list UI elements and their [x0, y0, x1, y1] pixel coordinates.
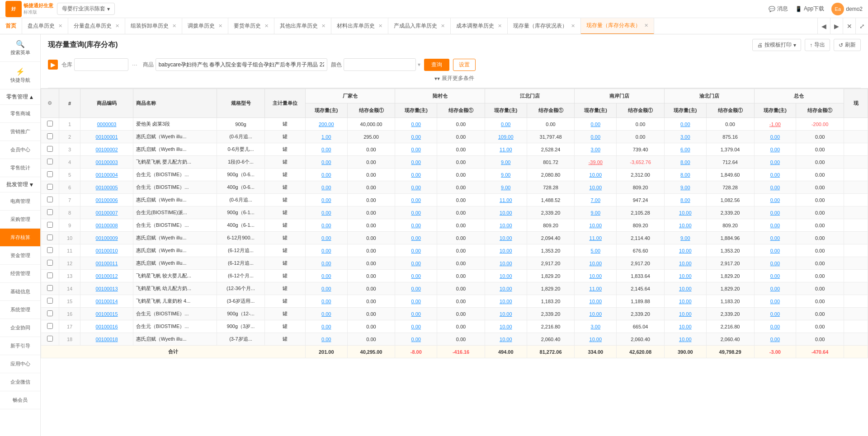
sidebar-item-quicknav[interactable]: ⚡ 快捷导航	[0, 62, 40, 89]
td-yubei-qty[interactable]: 3.00	[665, 131, 707, 143]
td-factory-qty[interactable]: 0.00	[305, 320, 347, 333]
sidebar-item-retail-mgmt[interactable]: 零售管理 ▲	[0, 89, 40, 105]
td-checkbox[interactable]	[41, 194, 59, 206]
td-jiangbei-qty[interactable]: 10.00	[485, 244, 527, 257]
td-yubei-qty[interactable]: 0.00	[665, 118, 707, 131]
tab-cost-adjust[interactable]: 成本调整单历史 ✕	[451, 18, 508, 34]
td-nanan-qty[interactable]: 9.00	[575, 206, 617, 219]
color-dropdown-icon[interactable]: ▾	[418, 61, 420, 68]
row-checkbox[interactable]	[47, 247, 53, 253]
td-total-qty[interactable]: 0.00	[754, 320, 796, 333]
td-factory-qty[interactable]: 0.00	[305, 156, 347, 169]
td-checkbox[interactable]	[41, 169, 59, 181]
td-jiangbei-qty[interactable]: 10.00	[485, 219, 527, 232]
td-checkbox[interactable]	[41, 181, 59, 194]
td-nanan-qty[interactable]: 5.00	[575, 244, 617, 257]
td-nanan-qty[interactable]: 11.00	[575, 282, 617, 295]
tab-stock-distribution[interactable]: 现存量（库存分布表） ✕	[581, 18, 654, 34]
td-lucun-qty[interactable]: 0.00	[395, 169, 437, 181]
collapse-btn[interactable]: ▶	[48, 60, 58, 70]
sidebar-item-retail-stats[interactable]: 零售统计	[0, 159, 40, 177]
warehouse-dots-btn[interactable]: ···	[130, 61, 139, 68]
td-yubei-qty[interactable]: 6.00	[665, 143, 707, 156]
sidebar-item-finance[interactable]: 资金管理	[0, 247, 40, 265]
td-factory-qty[interactable]: 0.00	[305, 295, 347, 308]
td-checkbox[interactable]	[41, 282, 59, 295]
td-yubei-qty[interactable]: 10.00	[665, 244, 707, 257]
user-area[interactable]: Ea demo2	[831, 3, 863, 15]
td-factory-qty[interactable]: 0.00	[305, 219, 347, 232]
td-yubei-qty[interactable]: 10.00	[665, 282, 707, 295]
row-checkbox[interactable]	[47, 298, 53, 304]
td-lucun-qty[interactable]: 0.00	[395, 219, 437, 232]
td-yubei-qty[interactable]: 10.00	[665, 206, 707, 219]
td-checkbox[interactable]	[41, 131, 59, 143]
sidebar-item-marketing[interactable]: 营销推广	[0, 123, 40, 141]
td-factory-qty[interactable]: 0.00	[305, 181, 347, 194]
tab-close-all-btn[interactable]: ✕	[843, 18, 855, 34]
row-checkbox[interactable]	[47, 209, 53, 215]
td-checkbox[interactable]	[41, 320, 59, 333]
td-yubei-qty[interactable]: 8.00	[665, 156, 707, 169]
tab-prev-btn[interactable]: ◀	[817, 18, 830, 34]
td-code[interactable]: 00100001	[80, 131, 133, 143]
tab-transfer[interactable]: 调拨单历史 ✕	[182, 18, 228, 34]
sidebar-item-wholesale[interactable]: 批发管理 ▼	[0, 177, 40, 192]
close-icon[interactable]: ✕	[498, 23, 502, 29]
td-lucun-qty[interactable]: 0.00	[395, 181, 437, 194]
tab-home[interactable]: 首页	[0, 18, 22, 34]
td-nanan-qty[interactable]: 10.00	[575, 257, 617, 270]
sidebar-item-search[interactable]: 🔍 搜索英单	[0, 34, 40, 62]
td-yubei-qty[interactable]: 9.00	[665, 181, 707, 194]
close-icon[interactable]: ✕	[378, 23, 382, 29]
tab-stock-status[interactable]: 现存量（库存状况表） ✕	[508, 18, 581, 34]
close-icon[interactable]: ✕	[571, 23, 575, 29]
sidebar-item-vip[interactable]: 畅会员	[0, 391, 40, 409]
td-nanan-qty[interactable]: 10.00	[575, 295, 617, 308]
td-jiangbei-qty[interactable]: 10.00	[485, 295, 527, 308]
td-total-qty[interactable]: 0.00	[754, 156, 796, 169]
td-factory-qty[interactable]: 0.00	[305, 194, 347, 206]
td-total-qty[interactable]: 0.00	[754, 333, 796, 346]
td-checkbox[interactable]	[41, 333, 59, 346]
td-lucun-qty[interactable]: 0.00	[395, 333, 437, 346]
td-factory-qty[interactable]: 200.00	[305, 118, 347, 131]
td-jiangbei-qty[interactable]: 10.00	[485, 270, 527, 282]
expand-conditions-btn[interactable]: ▾▾ 展开更多条件	[434, 73, 474, 84]
msg-btn[interactable]: 💬 消息	[769, 5, 788, 13]
td-code[interactable]: 00100008	[80, 219, 133, 232]
warehouse-input[interactable]	[74, 58, 128, 71]
tab-material-out[interactable]: 材料出库单历史 ✕	[331, 18, 388, 34]
td-code[interactable]: 00100012	[80, 270, 133, 282]
td-yubei-qty[interactable]: 10.00	[665, 295, 707, 308]
settings-btn[interactable]: 设置	[453, 59, 476, 71]
tab-other-out[interactable]: 其他出库单历史 ✕	[274, 18, 331, 34]
td-yubei-qty[interactable]: 10.00	[665, 219, 707, 232]
sidebar-item-retail-mall[interactable]: 零售商城	[0, 105, 40, 123]
td-checkbox[interactable]	[41, 257, 59, 270]
close-icon[interactable]: ✕	[644, 23, 648, 28]
td-factory-qty[interactable]: 0.00	[305, 270, 347, 282]
close-icon[interactable]: ✕	[441, 23, 445, 29]
td-lucun-qty[interactable]: 0.00	[395, 270, 437, 282]
sidebar-item-inventory[interactable]: 库存核算	[0, 229, 40, 247]
row-checkbox[interactable]	[47, 285, 53, 291]
td-total-qty[interactable]: 0.00	[754, 169, 796, 181]
td-lucun-qty[interactable]: 0.00	[395, 282, 437, 295]
row-checkbox[interactable]	[47, 222, 53, 228]
td-jiangbei-qty[interactable]: 10.00	[485, 257, 527, 270]
tab-partial-count[interactable]: 分量盘点单历史 ✕	[68, 18, 125, 34]
td-nanan-qty[interactable]: 7.00	[575, 194, 617, 206]
td-nanan-qty[interactable]: 3.00	[575, 143, 617, 156]
row-checkbox[interactable]	[47, 336, 53, 342]
td-jiangbei-qty[interactable]: 0.00	[485, 118, 527, 131]
td-jiangbei-qty[interactable]: 10.00	[485, 282, 527, 295]
td-nanan-qty[interactable]: 3.00	[575, 320, 617, 333]
td-code[interactable]: 00100016	[80, 320, 133, 333]
sidebar-item-guide[interactable]: 新手引导	[0, 337, 40, 355]
td-yubei-qty[interactable]: 10.00	[665, 308, 707, 320]
td-jiangbei-qty[interactable]: 9.00	[485, 169, 527, 181]
td-code[interactable]: 00100015	[80, 308, 133, 320]
td-jiangbei-qty[interactable]: 10.00	[485, 232, 527, 244]
td-code[interactable]: 00100010	[80, 244, 133, 257]
